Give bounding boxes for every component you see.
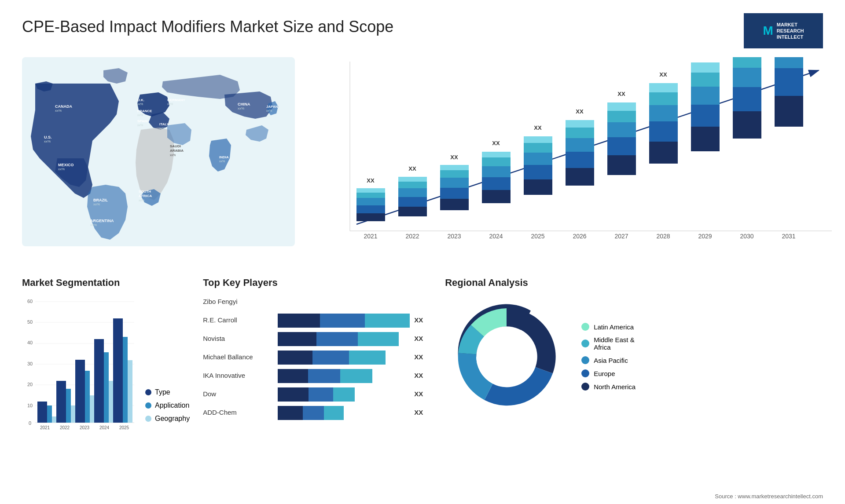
svg-text:2021: 2021 [40, 425, 50, 430]
player-row-novista: Novista XX [203, 332, 432, 344]
legend-type: Type [145, 388, 190, 396]
segmentation-bars: 60 50 40 30 20 10 0 [22, 295, 136, 436]
svg-text:2023: 2023 [80, 425, 90, 430]
svg-rect-139 [109, 381, 114, 423]
svg-rect-66 [524, 165, 552, 179]
regional-legend: Latin America Middle East &Africa Asia P… [581, 323, 636, 391]
svg-text:AFRICA: AFRICA [139, 194, 152, 198]
regional-legend-latin: Latin America [581, 323, 636, 331]
player-name-ika: IKA Innovative [203, 372, 273, 379]
svg-text:XX: XX [701, 57, 709, 58]
svg-text:XX: XX [450, 154, 458, 161]
svg-text:XX: XX [617, 91, 625, 97]
svg-rect-106 [775, 96, 803, 127]
svg-rect-127 [52, 416, 57, 423]
svg-text:2022: 2022 [60, 425, 70, 430]
svg-text:30: 30 [27, 361, 33, 366]
svg-text:xx%: xx% [137, 113, 143, 117]
logo-area: M MARKET RESEARCH INTELLECT [744, 13, 823, 48]
svg-text:2022: 2022 [405, 233, 419, 240]
svg-rect-134 [85, 371, 90, 423]
player-row-ika: IKA Innovative XX [203, 369, 432, 381]
svg-rect-54 [440, 170, 469, 178]
svg-text:U.K.: U.K. [137, 98, 144, 102]
svg-text:xx%: xx% [266, 109, 272, 112]
svg-rect-73 [566, 152, 594, 168]
player-value-ballance: XX [414, 353, 432, 361]
svg-point-146 [476, 326, 537, 387]
player-row-ballance: Michael Ballance XX [203, 351, 432, 363]
regional-label-latin: Latin America [594, 323, 634, 331]
svg-text:xx%: xx% [170, 153, 176, 157]
svg-text:xx%: xx% [159, 127, 165, 130]
player-value-carroll: XX [414, 316, 432, 324]
svg-rect-48 [398, 177, 427, 182]
svg-rect-97 [691, 62, 720, 73]
svg-text:CHINA: CHINA [238, 102, 250, 106]
donut-container [445, 295, 568, 418]
legend-type-dot [145, 389, 151, 395]
map-section: CANADA xx% U.S. xx% MEXICO xx% BRAZIL xx… [22, 57, 295, 268]
svg-rect-68 [524, 143, 552, 153]
player-name-ballance: Michael Ballance [203, 353, 273, 361]
svg-text:SPAIN: SPAIN [137, 119, 148, 123]
svg-text:FRANCE: FRANCE [137, 109, 152, 113]
regional-legend-namerica: North America [581, 383, 636, 391]
svg-rect-52 [440, 188, 469, 199]
world-map-svg: CANADA xx% U.S. xx% MEXICO xx% BRAZIL xx… [22, 57, 295, 246]
legend-application-dot [145, 402, 151, 409]
svg-rect-137 [94, 339, 104, 423]
player-name-novista: Novista [203, 335, 273, 342]
svg-text:U.S.: U.S. [44, 135, 52, 139]
svg-rect-65 [524, 179, 552, 195]
bottom-content: Market Segmentation 60 50 40 30 20 10 0 [22, 277, 823, 462]
svg-rect-39 [356, 198, 385, 205]
player-bar-novista [278, 332, 410, 344]
svg-text:ARGENTINA: ARGENTINA [90, 219, 114, 223]
svg-rect-135 [90, 395, 95, 423]
svg-text:xx%: xx% [93, 202, 100, 206]
player-value-addchem: XX [414, 409, 432, 416]
svg-rect-58 [482, 190, 511, 203]
svg-text:2021: 2021 [364, 233, 377, 240]
svg-rect-143 [128, 360, 132, 423]
svg-text:XX: XX [576, 108, 584, 115]
svg-text:xx%: xx% [139, 199, 144, 202]
svg-text:xx%: xx% [44, 139, 51, 143]
regional-label-europe: Europe [594, 370, 615, 377]
svg-text:JAPAN: JAPAN [266, 105, 278, 109]
svg-text:xx%: xx% [137, 124, 143, 127]
player-bar-dow [278, 387, 410, 400]
svg-text:ARABIA: ARABIA [170, 149, 184, 153]
svg-text:2026: 2026 [573, 233, 586, 240]
svg-text:XX: XX [492, 140, 500, 146]
svg-text:40: 40 [27, 340, 33, 345]
svg-text:0: 0 [29, 420, 31, 426]
svg-rect-44 [398, 207, 427, 216]
svg-rect-74 [566, 138, 594, 152]
svg-text:2025: 2025 [119, 425, 129, 430]
player-bar-zibo [278, 295, 410, 307]
svg-text:GERMANY: GERMANY [167, 98, 186, 102]
svg-rect-75 [566, 128, 594, 138]
svg-text:2025: 2025 [531, 233, 544, 240]
logo-text: MARKET RESEARCH INTELLECT [777, 22, 804, 40]
svg-text:XX: XX [408, 165, 416, 172]
regional-legend-apac: Asia Pacific [581, 356, 636, 364]
player-name-zibo: Zibo Fengyi [203, 298, 273, 305]
svg-text:SAUDI: SAUDI [170, 144, 181, 148]
svg-rect-81 [607, 122, 636, 137]
bar-chart: XX 2021 XX 2022 [321, 57, 841, 246]
svg-rect-80 [607, 137, 636, 155]
svg-text:CANADA: CANADA [55, 104, 72, 109]
player-value-novista: XX [414, 335, 432, 342]
svg-text:2024: 2024 [99, 425, 110, 430]
svg-rect-86 [649, 142, 678, 164]
svg-rect-101 [733, 87, 761, 111]
svg-text:XX: XX [659, 71, 667, 78]
svg-rect-72 [566, 168, 594, 186]
svg-text:2027: 2027 [614, 233, 628, 240]
legend-type-label: Type [155, 388, 170, 396]
svg-rect-79 [607, 155, 636, 175]
svg-rect-94 [691, 105, 720, 127]
